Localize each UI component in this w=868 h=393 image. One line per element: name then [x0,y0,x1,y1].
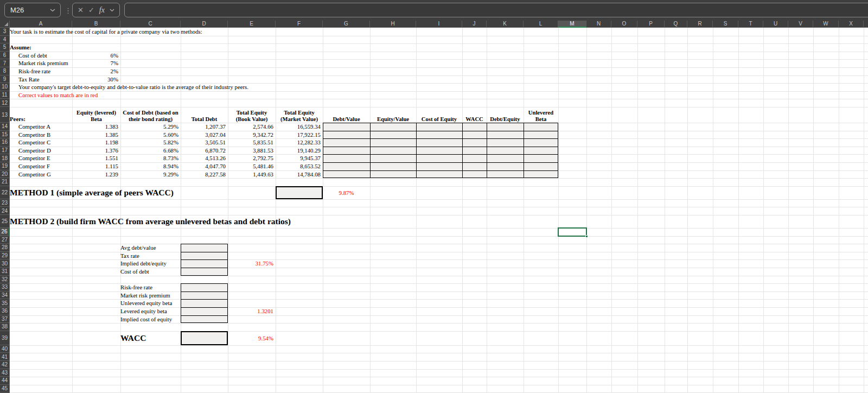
cell-C31-label[interactable]: Cost of debt [120,268,181,276]
row-header-28[interactable]: 28 [0,244,10,252]
cell-F17-peer-value[interactable]: 19,140.29 [276,147,323,155]
cell-C19-peer-value[interactable]: 8.94% [120,162,181,170]
cancel-button[interactable]: ✕ [78,6,84,14]
name-box[interactable]: M26 [4,3,61,17]
row-header-8[interactable]: 8 [0,67,10,75]
row-header-42[interactable]: 42 [0,361,10,369]
cell-B19-peer-value[interactable]: 1.115 [72,162,120,170]
cell-L13-header[interactable]: Unlevered Beta [524,107,558,123]
row-header-21[interactable]: 21 [0,178,10,186]
cell-A19-peer-name[interactable]: Competitor F [10,162,72,170]
column-header-M[interactable]: M [558,21,586,28]
cell-C28-label[interactable]: Avg debt/value [120,244,181,252]
column-header-D[interactable]: D [181,21,228,28]
column-header-C[interactable]: C [120,21,181,28]
row-header-17[interactable]: 17 [0,147,10,155]
cell-A7-assumption-label[interactable]: Market risk premium [10,59,72,67]
method2-input-block1[interactable] [181,244,228,275]
column-header-I[interactable]: I [416,21,462,28]
row-header-20[interactable]: 20 [0,170,10,179]
column-header-E[interactable]: E [228,21,276,28]
cell-A20-peer-name[interactable]: Competitor G [10,170,72,179]
row-header-26[interactable]: 26 [0,228,10,236]
column-header-S[interactable]: S [713,21,738,28]
cell-A15-peer-name[interactable]: Competitor B [10,131,72,139]
row-header-27[interactable]: 27 [0,236,10,244]
cell-A18-peer-name[interactable]: Competitor E [10,154,72,162]
row-header-23[interactable]: 23 [0,199,10,207]
row-header-38[interactable]: 38 [0,323,10,331]
cell-D15-peer-value[interactable]: 3,027.04 [181,131,228,139]
cell-A8-assumption-label[interactable]: Risk-free rate [10,67,72,75]
cell-E17-peer-value[interactable]: 3,881.53 [228,147,276,155]
row-header-9[interactable]: 9 [0,75,10,84]
cell-B16-peer-value[interactable]: 1.198 [72,138,120,147]
cell-E13-header[interactable]: Total Equity (Book Value) [228,107,276,123]
column-header-P[interactable]: P [637,21,665,28]
method1-answer-input[interactable] [276,186,323,199]
cell-A5-assume-title[interactable]: Assume: [10,43,72,52]
column-header-O[interactable]: O [611,21,637,28]
cell-E18-peer-value[interactable]: 2,792.75 [228,154,276,162]
row-header-37[interactable]: 37 [0,315,10,324]
cell-E36-target[interactable]: 1.3201 [228,307,276,315]
more-options-icon[interactable]: ⋮ [65,0,72,21]
cell-A14-peer-name[interactable]: Competitor A [10,123,72,131]
cell-E39-target[interactable]: 9.54% [228,331,276,345]
cell-B17-peer-value[interactable]: 1.376 [72,147,120,155]
row-header-25[interactable]: 25 [0,215,10,228]
cell-F14-peer-value[interactable]: 16,559.34 [276,123,323,131]
cell-D17-peer-value[interactable]: 6,870.72 [181,147,228,155]
column-header-L[interactable]: L [524,21,558,28]
cell-F18-peer-value[interactable]: 9,945.37 [276,154,323,162]
cell-F16-peer-value[interactable]: 12,282.33 [276,138,323,147]
cell-A16-peer-name[interactable]: Competitor C [10,138,72,147]
cell-A9-assumption-label[interactable]: Tax Rate [10,75,72,84]
cell-E14-peer-value[interactable]: 2,574.66 [228,123,276,131]
row-header-4[interactable]: 4 [0,36,10,44]
row-header-44[interactable]: 44 [0,377,10,385]
row-header-15[interactable]: 15 [0,131,10,139]
cell-D16-peer-value[interactable]: 3,505.51 [181,138,228,147]
cell-A3-task-description[interactable]: Your task is to estimate the cost of cap… [10,28,72,36]
row-header-35[interactable]: 35 [0,299,10,307]
cell-I13-header[interactable]: Cost of Equity [416,107,462,123]
row-header-29[interactable]: 29 [0,252,10,260]
cell-E19-peer-value[interactable]: 5,481.46 [228,162,276,170]
formula-input[interactable] [124,3,868,17]
cell-C36-label[interactable]: Levered equity beta [120,307,181,315]
column-header-N[interactable]: N [586,21,611,28]
column-header-U[interactable]: U [763,21,788,28]
insert-function-button[interactable]: fx [99,6,105,15]
cell-C39-wacc-label[interactable]: WACC [120,331,181,345]
column-header-T[interactable]: T [738,21,763,28]
cell-B8-assumption-value[interactable]: 2% [72,67,120,75]
column-header-Q[interactable]: Q [665,21,687,28]
cell-A13-peers-label[interactable]: Peers: [10,107,72,123]
cell-J13-header[interactable]: WACC [462,107,487,123]
row-header-22[interactable]: 22 [0,186,10,199]
row-header-10[interactable]: 10 [0,83,10,91]
cell-F15-peer-value[interactable]: 17,922.15 [276,131,323,139]
column-header-G[interactable]: G [323,21,370,28]
cell-B20-peer-value[interactable]: 1.239 [72,170,120,179]
row-header-32[interactable]: 32 [0,276,10,284]
cell-H13-header[interactable]: Equity/Value [370,107,416,123]
row-header-7[interactable]: 7 [0,59,10,67]
cell-C16-peer-value[interactable]: 5.82% [120,138,181,147]
selected-cell[interactable] [558,227,587,237]
cell-B18-peer-value[interactable]: 1.551 [72,154,120,162]
cell-C18-peer-value[interactable]: 8.73% [120,154,181,162]
column-header-A[interactable]: A [10,21,72,28]
column-header-overflow[interactable] [864,21,868,28]
cell-F20-peer-value[interactable]: 14,784.08 [276,170,323,179]
row-header-31[interactable]: 31 [0,268,10,276]
column-header-J[interactable]: J [462,21,487,28]
cell-D19-peer-value[interactable]: 4,047.70 [181,162,228,170]
column-header-H[interactable]: H [370,21,416,28]
cell-G22-method1-target[interactable]: 9.87% [323,186,370,199]
cell-D20-peer-value[interactable]: 8,227.58 [181,170,228,179]
enter-button[interactable]: ✓ [88,6,94,14]
row-header-6[interactable]: 6 [0,52,10,60]
column-header-X[interactable]: X [839,21,864,28]
